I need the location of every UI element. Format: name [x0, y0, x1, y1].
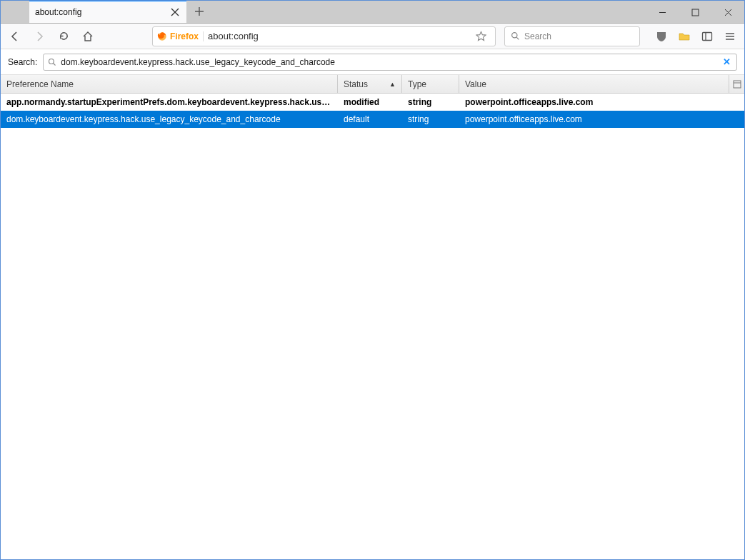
column-type[interactable]: Type [402, 75, 459, 93]
titlebar: about:config [1, 1, 744, 24]
sidebar-icon[interactable] [697, 26, 717, 46]
tab-title: about:config [35, 7, 169, 17]
close-window-button[interactable] [711, 1, 744, 24]
svg-rect-0 [692, 9, 699, 16]
nav-toolbar: Firefox about:config Search [1, 24, 744, 49]
pref-name: app.normandy.startupExperimentPrefs.dom.… [1, 97, 338, 107]
search-bar[interactable]: Search [504, 26, 640, 46]
folder-icon[interactable] [674, 26, 694, 46]
col-value-label: Value [465, 79, 486, 89]
column-preference-name[interactable]: Preference Name [1, 75, 338, 93]
clear-search-icon[interactable]: ✕ [721, 56, 732, 67]
svg-point-5 [49, 59, 54, 64]
config-search-row: Search: ✕ [1, 49, 744, 75]
new-tab-button[interactable] [189, 1, 209, 21]
column-status[interactable]: Status▲ [338, 75, 402, 93]
pref-value: powerpoint.officeapps.live.com [459, 114, 744, 124]
back-button[interactable] [5, 26, 25, 46]
col-type-label: Type [408, 79, 426, 89]
search-icon [48, 58, 56, 66]
config-search-box[interactable]: ✕ [43, 54, 737, 71]
svg-rect-3 [703, 32, 712, 40]
firefox-icon [157, 31, 167, 41]
col-status-label: Status [344, 79, 368, 89]
hamburger-menu-icon[interactable] [720, 26, 740, 46]
url-bar[interactable]: Firefox about:config [152, 26, 496, 46]
search-icon [511, 31, 520, 41]
pref-type: string [402, 97, 459, 107]
col-name-label: Preference Name [6, 79, 74, 89]
toolbar-right [644, 26, 740, 46]
bookmark-star-icon[interactable] [471, 26, 491, 46]
ublock-icon[interactable] [651, 26, 671, 46]
url-text: about:config [208, 31, 471, 41]
home-button[interactable] [78, 26, 98, 46]
svg-rect-6 [734, 81, 741, 88]
identity-box[interactable]: Firefox [157, 31, 204, 41]
config-columns: Preference Name Status▲ Type Value [1, 75, 744, 94]
config-search-label: Search: [8, 57, 37, 67]
sort-asc-icon: ▲ [389, 81, 396, 88]
pref-row[interactable]: dom.keyboardevent.keypress.hack.use_lega… [1, 111, 744, 128]
column-value[interactable]: Value [459, 75, 729, 93]
browser-tab[interactable]: about:config [29, 0, 186, 23]
config-rows: app.normandy.startupExperimentPrefs.dom.… [1, 94, 744, 559]
maximize-button[interactable] [679, 1, 711, 24]
pref-name: dom.keyboardevent.keypress.hack.use_lega… [1, 114, 338, 124]
column-picker-icon[interactable] [729, 75, 744, 93]
minimize-button[interactable] [646, 1, 679, 24]
pref-status: default [338, 114, 402, 124]
reload-button[interactable] [54, 26, 74, 46]
window-controls [646, 1, 744, 24]
config-search-input[interactable] [61, 57, 717, 67]
close-tab-icon[interactable] [169, 6, 181, 18]
pref-status: modified [338, 97, 402, 107]
pref-type: string [402, 114, 459, 124]
pref-value: powerpoint.officeapps.live.com [459, 97, 744, 107]
search-placeholder: Search [524, 31, 551, 41]
forward-button[interactable] [29, 26, 49, 46]
identity-label: Firefox [170, 31, 199, 41]
pref-row[interactable]: app.normandy.startupExperimentPrefs.dom.… [1, 94, 744, 111]
svg-point-2 [512, 33, 517, 38]
